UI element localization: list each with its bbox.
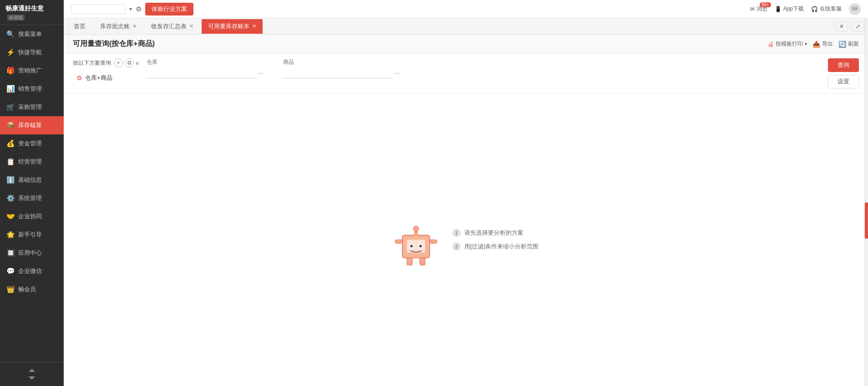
sidebar-item-inventory[interactable]: 📦 库存核算 (0, 116, 64, 134)
sidebar-item-marketing[interactable]: 🎁 营销推广 (0, 62, 64, 80)
sidebar-label-purchase: 采购管理 (18, 103, 42, 111)
tab-collect-summary[interactable]: 收发存汇总表 ✕ (145, 19, 200, 34)
app-download-button[interactable]: 📱 App下载 (775, 5, 804, 13)
search-area (71, 4, 126, 14)
filter-scheme-panel: 按以下方案查询 + ⚙ « ⚙ 仓库+商品 (73, 58, 139, 85)
headset-icon: 🎧 (811, 6, 818, 12)
tab-batch-account-close[interactable]: ✕ (132, 23, 137, 29)
sidebar-item-search[interactable]: 🔍 搜索菜单 (0, 25, 64, 43)
info-icon: ℹ️ (6, 176, 15, 184)
search-input[interactable] (71, 4, 126, 14)
sidebar-item-member[interactable]: 👑 畅会员 (0, 280, 64, 299)
sidebar-item-enterprise[interactable]: 🤝 企业协同 (0, 207, 64, 226)
warehouse-input-row: ··· (147, 68, 274, 78)
content-area: 可用量查询(按仓库+商品) 🖨 按模板打印 ▾ 📤 导出 🔄 刷新 (64, 35, 868, 386)
sidebar-item-system[interactable]: ⚙️ 系统管理 (0, 189, 64, 207)
tab-batch-account[interactable]: 库存批次账 ✕ (94, 19, 143, 34)
goods-input-row: ··· (283, 68, 411, 78)
refresh-button[interactable]: 🔄 刷新 (838, 40, 859, 48)
filter-settings-button[interactable]: 设置 (828, 75, 859, 88)
hint-2: 2 用[过滤]条件来缩小分析范围 (452, 242, 538, 251)
filter-actions: 查询 设置 (828, 58, 859, 88)
warehouse-more-btn[interactable]: ··· (258, 69, 264, 77)
box-icon: 📦 (6, 121, 15, 129)
sidebar-label-basic: 基础信息 (18, 176, 42, 184)
filter-fields: 仓库 ··· 商品 ··· (147, 58, 821, 78)
warehouse-label: 仓库 (147, 58, 274, 66)
money-icon: 💰 (6, 139, 15, 148)
empty-state: 1 请先选择要分析的方案 2 用[过滤]条件来缩小分析范围 (64, 93, 868, 386)
goods-more-btn[interactable]: ··· (394, 69, 400, 77)
tab-available-ledger-close[interactable]: ✕ (252, 23, 256, 29)
lightning-icon: ⚡ (6, 48, 15, 57)
sidebar-item-newbie[interactable]: 🌟 新手引导 (0, 226, 64, 244)
svg-rect-10 (430, 240, 437, 243)
dropdown-arrow[interactable]: ▾ (129, 6, 132, 12)
scheme-add-btn[interactable]: + (114, 58, 123, 67)
filter-field-warehouse: 仓库 ··· (147, 58, 274, 78)
sidebar-label-wechat: 企业微信 (18, 267, 42, 275)
sidebar-item-wechat[interactable]: 💬 企业微信 (0, 262, 64, 280)
print-button[interactable]: 🖨 按模板打印 ▾ (767, 40, 807, 48)
sidebar-item-purchase[interactable]: 🛒 采购管理 (0, 98, 64, 116)
sidebar-item-basic[interactable]: ℹ️ 基础信息 (0, 171, 64, 189)
sidebar-item-quick-nav[interactable]: ⚡ 快捷导航 (0, 43, 64, 62)
sidebar-item-finance[interactable]: 💰 资金管理 (0, 134, 64, 153)
filter-field-goods: 商品 ··· (283, 58, 411, 78)
export-button[interactable]: 📤 导出 (812, 40, 833, 48)
tab-expand-btn[interactable]: ⤢ (852, 21, 864, 31)
user-avatar[interactable]: Rit (849, 3, 861, 15)
empty-illustration (393, 217, 439, 262)
refresh-label: 刷新 (848, 40, 859, 48)
sidebar-scroll-down[interactable] (0, 374, 64, 382)
gift-icon: 🎁 (6, 67, 15, 75)
tab-collect-summary-close[interactable]: ✕ (189, 23, 193, 29)
online-service-button[interactable]: 🎧 在线客服 (811, 5, 842, 13)
filter-area: 按以下方案查询 + ⚙ « ⚙ 仓库+商品 仓库 (64, 54, 868, 93)
hint-1: 1 请先选择要分析的方案 (452, 229, 538, 237)
sidebar-label-app-center: 应用中心 (18, 249, 42, 257)
tab-available-ledger[interactable]: 可用量库存账本 ✕ (202, 19, 263, 34)
sidebar-label-operation: 经营管理 (18, 158, 42, 166)
scheme-item-icon: ⚙ (76, 74, 82, 82)
sidebar: 畅康通好生意 标准版 🔍 搜索菜单 ⚡ 快捷导航 🎁 营销推广 📊 销售管理 🛒… (0, 0, 64, 386)
phone-icon: 📱 (775, 6, 782, 12)
sidebar-label-enterprise: 企业协同 (18, 212, 42, 221)
tabs-right: ✕ ⤢ (835, 21, 864, 31)
app-download-label: App下载 (783, 5, 804, 13)
sidebar-label-finance: 资金管理 (18, 139, 42, 148)
svg-rect-11 (407, 258, 412, 265)
sidebar-label-search: 搜索菜单 (18, 30, 42, 38)
sidebar-item-operation[interactable]: 📋 经营管理 (0, 153, 64, 171)
tab-available-ledger-label: 可用量库存账本 (208, 22, 249, 31)
sidebar-item-app-center[interactable]: 🔲 应用中心 (0, 244, 64, 262)
scheme-collapse-btn[interactable]: « (136, 58, 139, 67)
message-button[interactable]: ✉ 消息 99+ (750, 5, 767, 13)
goods-label: 商品 (283, 58, 411, 66)
tab-home-label: 首页 (74, 22, 86, 31)
goods-input[interactable] (283, 68, 392, 78)
search-icon: 🔍 (6, 30, 15, 38)
tab-close-all-btn[interactable]: ✕ (835, 21, 848, 31)
empty-hints: 1 请先选择要分析的方案 2 用[过滤]条件来缩小分析范围 (452, 229, 538, 251)
app-name: 畅康通好生意 (5, 5, 44, 13)
right-scrollbar[interactable] (864, 18, 868, 386)
scheme-item-warehouse-goods[interactable]: ⚙ 仓库+商品 (73, 71, 139, 85)
tab-home[interactable]: 首页 (67, 19, 92, 34)
tab-batch-account-label: 库存批次账 (100, 22, 130, 31)
page-title: 可用量查询(按仓库+商品) (73, 39, 155, 49)
page-actions: 🖨 按模板打印 ▾ 📤 导出 🔄 刷新 (767, 40, 859, 48)
warehouse-input[interactable] (147, 68, 256, 78)
query-button[interactable]: 查询 (828, 58, 859, 72)
main-area: ▾ ⚙ 体验行业方案 ✉ 消息 99+ 📱 App下载 🎧 在线客服 Rit 首… (64, 0, 868, 386)
wechat-icon: 💬 (6, 267, 15, 275)
sidebar-label-marketing: 营销推广 (18, 67, 42, 75)
scheme-settings-btn[interactable]: ⚙ (125, 58, 134, 67)
sidebar-scroll-up[interactable] (0, 366, 64, 374)
sidebar-item-sales[interactable]: 📊 销售管理 (0, 80, 64, 98)
crown-icon: 👑 (6, 285, 15, 293)
handshake-icon: 🤝 (6, 212, 15, 221)
trial-button[interactable]: 体验行业方案 (145, 3, 193, 15)
sidebar-label-quick-nav: 快捷导航 (18, 48, 42, 57)
settings-icon[interactable]: ⚙ (136, 5, 142, 13)
